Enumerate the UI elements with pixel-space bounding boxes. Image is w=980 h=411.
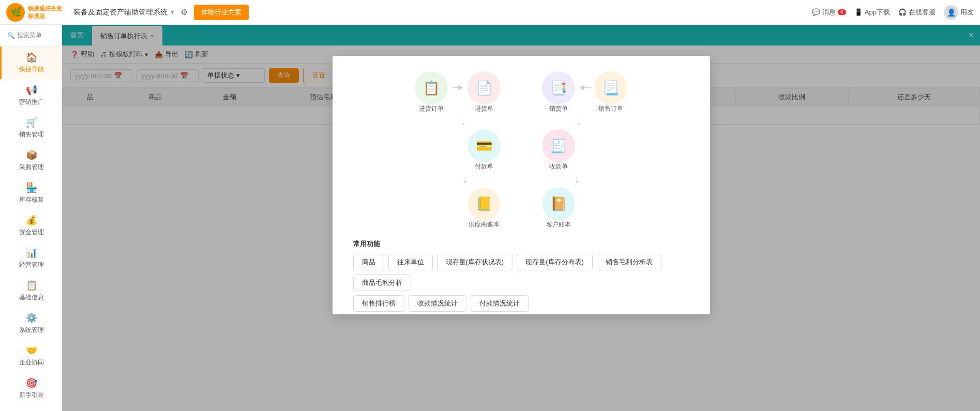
down-arrow-receipt: ↓ [541,174,613,185]
message-btn[interactable]: 💬 消息 6 [812,8,846,17]
app-download-icon: 📱 [854,8,863,16]
content-area: 首页 销售订单执行表 × × ❓ 帮助 🖨 按模板打印 ▾ [62,25,980,411]
payment-bill-label: 付款单 [475,162,493,171]
sidebar-item-system[interactable]: ⚙️ 系统管理 [0,307,62,340]
marketing-icon: 📢 [26,84,37,96]
logo-icon: 🌿 [6,3,25,22]
logo-text: 畅康通好生意 标准版 [28,5,62,20]
sale-bill-label: 销货单 [549,104,568,113]
purchase-order-label: 进货订单 [419,104,444,113]
top-bar-right: 💬 消息 6 📱 App下载 🎧 在线客服 👤 用友 [812,5,974,20]
node-purchase-bill: 📄 进货单 [468,71,501,113]
sale-order-circle: 📃 [594,71,627,104]
node-purchase-order: 📋 进货订单 [415,71,448,113]
trial-button[interactable]: 体验行业方案 [194,5,249,20]
avatar: 👤 [944,5,958,20]
receipt-bill-label: 收款单 [549,162,568,171]
modal-overlay[interactable]: 📋 进货订单 - - - - - -▶ 📄 进货单 [62,25,980,411]
inventory-icon: 🏪 [26,182,37,193]
func-btn-goods[interactable]: 商品 [353,254,384,270]
sale-bill-circle: 📑 [542,71,575,104]
headset-icon: 🎧 [898,8,907,16]
online-service-btn[interactable]: 🎧 在线客服 [898,8,936,17]
node-sale-bill: 📑 销货单 [542,71,575,113]
purchase-bill-circle: 📄 [468,71,501,104]
node-supplier-ledger: 📒 供应商账本 [468,187,501,229]
down-arrow-payment: ↓ [429,174,501,185]
flow-arrows-down-1: ↓ ↓ [353,116,689,127]
func-btn-receipt-stat[interactable]: 收款情况统计 [409,295,466,312]
customer-ledger-circle: 📔 [542,187,575,220]
top-bar: 🌿 畅康通好生意 标准版 装备及固定资产辅助管理系统 ▾ ⚙ 体验行业方案 💬 … [0,0,980,25]
user-area[interactable]: 👤 用友 [944,5,974,20]
supplier-ledger-circle: 📒 [468,187,501,220]
search-icon: 🔍 [7,32,15,39]
sidebar-item-basic-info[interactable]: 📋 基础信息 [0,275,62,307]
sidebar-item-marketing[interactable]: 📢 营销推广 [0,79,62,112]
sidebar-item-sales[interactable]: 🛒 销售管理 [0,112,62,144]
down-arrow-sale: ↓ [543,116,615,127]
system-title: 装备及固定资产辅助管理系统 [73,8,168,17]
enterprise-icon: 🤝 [26,345,37,356]
purchase-icon: 📦 [26,149,37,161]
receipt-bill-circle: 🧾 [542,129,575,162]
purchase-bill-label: 进货单 [475,104,493,113]
sidebar-search[interactable]: 🔍 搜索菜单 [0,25,62,47]
node-payment-bill: 💳 付款单 [468,129,501,171]
sidebar-item-quick-nav[interactable]: 🏠 快捷导航 [0,47,62,79]
message-icon: 💬 [812,8,820,16]
payment-bill-circle: 💳 [468,129,501,162]
sidebar-item-purchase[interactable]: 📦 采购管理 [0,144,62,177]
sidebar-item-inventory[interactable]: 🏪 库存核算 [0,177,62,209]
app-wrapper: 🌿 畅康通好生意 标准版 装备及固定资产辅助管理系统 ▾ ⚙ 体验行业方案 💬 … [0,0,980,411]
home-icon: 🏠 [26,52,37,63]
customer-ledger-label: 客户账本 [546,220,571,229]
settings-icon[interactable]: ⚙ [180,7,188,17]
sidebar: 🔍 搜索菜单 🏠 快捷导航 📢 营销推广 🛒 销售管理 📦 采购管理 [0,25,62,411]
modal-box: 📋 进货订单 - - - - - -▶ 📄 进货单 [333,56,710,314]
func-btn-stock-status[interactable]: 现存量(库存状况表) [437,254,513,270]
sales-icon: 🛒 [26,117,37,128]
purchase-order-circle: 📋 [415,71,448,104]
sidebar-item-enterprise[interactable]: 🤝 企业协同 [0,340,62,372]
common-func-title: 常用功能 [353,239,689,249]
basic-info-icon: 📋 [26,280,37,291]
supplier-ledger-label: 供应商账本 [469,220,500,229]
flow-row-3: 📒 供应商账本 📔 客户账本 [353,187,689,229]
newbie-icon: 🎯 [26,377,37,389]
arrow-right-1: - - - - - -▶ [448,83,467,101]
sale-order-label: 销售订单 [598,104,623,113]
sidebar-item-newbie[interactable]: 🎯 新手引导 [0,372,62,405]
func-btn-partner[interactable]: 往来单位 [388,254,433,270]
func-btn-stock-dist[interactable]: 现存量(库存分布表) [517,254,593,270]
flow-row-2: 💳 付款单 🧾 收款单 [353,129,689,171]
flow-arrows-down-2: ↓ ↓ [353,174,689,185]
operation-icon: 📊 [26,247,37,258]
flow-row-1: 📋 进货订单 - - - - - -▶ 📄 进货单 [353,71,689,113]
app-download-btn[interactable]: 📱 App下载 [854,8,890,17]
top-bar-system: 装备及固定资产辅助管理系统 ▾ ⚙ 体验行业方案 [68,5,812,20]
func-btn-goods-profit[interactable]: 商品毛利分析 [353,275,411,291]
func-btn-payment-stat[interactable]: 付款情况统计 [471,295,529,312]
system-dropdown-icon[interactable]: ▾ [171,8,174,16]
arrow-left-1: ◀- - - - - - [575,83,594,101]
func-btn-sales-rank[interactable]: 销售排行榜 [353,295,404,312]
sidebar-item-operation[interactable]: 📊 经营管理 [0,242,62,275]
node-receipt-bill: 🧾 收款单 [542,129,575,171]
sidebar-item-finance[interactable]: 💰 资金管理 [0,209,62,242]
node-customer-ledger: 📔 客户账本 [542,187,575,229]
node-sale-order: 📃 销售订单 [594,71,627,113]
func-btn-sales-profit[interactable]: 销售毛利分析表 [597,254,661,270]
system-icon: ⚙️ [26,312,37,324]
func-grid-row1: 商品 往来单位 现存量(库存状况表) 现存量(库存分布表) 销售毛利分析表 商品… [353,254,689,291]
down-arrow-purchase: ↓ [427,116,500,127]
finance-icon: 💰 [26,215,37,226]
func-grid-row2: 销售排行榜 收款情况统计 付款情况统计 [353,295,689,312]
logo-area: 🌿 畅康通好生意 标准版 [6,3,68,22]
message-badge: 6 [838,9,846,15]
main-area: 🔍 搜索菜单 🏠 快捷导航 📢 营销推广 🛒 销售管理 📦 采购管理 [0,25,980,411]
